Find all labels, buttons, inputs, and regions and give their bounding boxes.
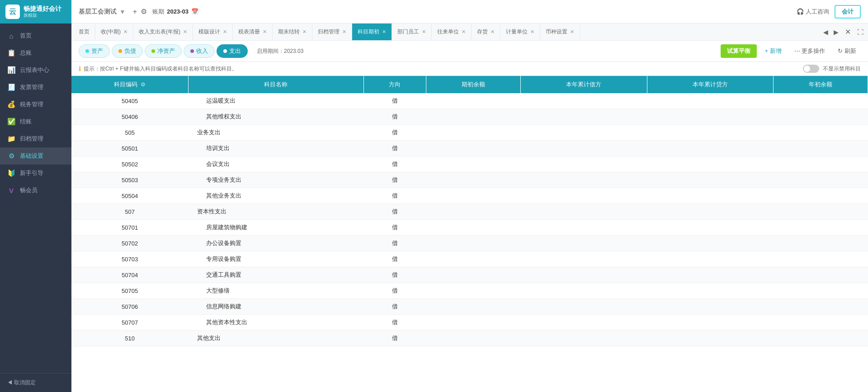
tab-close-icon[interactable]: ✕ — [530, 29, 534, 35]
project-selector[interactable]: 基层工会测试 ▼ — [79, 8, 126, 16]
cell-ytd-debit — [521, 204, 647, 220]
table-row[interactable]: 50706信息网络购建借 — [71, 299, 868, 315]
cell-ytd-debit — [521, 109, 647, 125]
tab-subject-init[interactable]: 科目期初 ✕ — [352, 24, 392, 40]
cell-opening-balance — [426, 315, 521, 331]
table-row[interactable]: 50705大型修缮借 — [71, 283, 868, 299]
sidebar-item-tax[interactable]: 💰 税务管理 — [0, 96, 71, 113]
cell-year-opening — [774, 188, 868, 204]
sub-tab-assets[interactable]: 资产 — [79, 44, 110, 58]
tab-close-all-icon[interactable]: ✕ — [841, 28, 854, 36]
sidebar-item-label: 新手引导 — [20, 169, 43, 177]
sub-tab-net-assets[interactable]: 净资产 — [145, 44, 182, 58]
sidebar-item-label: 云报表中心 — [20, 66, 49, 74]
sidebar-nav: ⌂ 首页 📋 总账 📊 云报表中心 🧾 发票管理 💰 税务管理 ✅ 结账 📁 归… — [0, 24, 71, 373]
balance-button[interactable]: 试算平衡 — [721, 44, 757, 58]
sub-tab-income[interactable]: 收入 — [184, 44, 215, 58]
tab-expand-icon[interactable]: ⛶ — [854, 28, 866, 36]
tab-close-icon[interactable]: ✕ — [183, 29, 187, 35]
tab-currency[interactable]: 币种设置 ✕ — [540, 24, 580, 40]
table-row[interactable]: 507资本性支出借 — [71, 204, 868, 220]
table-row[interactable]: 50707其他资本性支出借 — [71, 315, 868, 331]
income-label: 收入 — [196, 47, 208, 55]
cell-ytd-debit — [521, 299, 647, 315]
cell-opening-balance — [426, 267, 521, 283]
tab-close-icon[interactable]: ✕ — [491, 29, 495, 35]
tab-close-icon[interactable]: ✕ — [422, 29, 426, 35]
sidebar-item-guide[interactable]: 🔰 新手引导 — [0, 165, 71, 182]
sidebar-item-settings[interactable]: ⚙ 基础设置 — [0, 147, 71, 165]
tab-close-icon[interactable]: ✕ — [570, 29, 574, 35]
table-row[interactable]: 50405运温暖支出借 — [71, 93, 868, 109]
tab-close-icon[interactable]: ✕ — [123, 29, 127, 35]
account-label: 会计 — [842, 8, 854, 15]
tab-income-report[interactable]: 收入支出表(年报) ✕ — [133, 24, 193, 40]
table-row[interactable]: 50406其他维权支出借 — [71, 109, 868, 125]
sidebar-collapse-btn[interactable]: ◀ 取消固定 — [0, 373, 71, 392]
cell-ytd-credit — [647, 156, 774, 172]
tab-inventory[interactable]: 存货 ✕ — [472, 24, 500, 40]
help-button[interactable]: 🎧 人工咨询 — [797, 8, 829, 16]
table-row[interactable]: 50703专用设备购置借 — [71, 251, 868, 267]
more-button[interactable]: ⋯ 更多操作 — [790, 44, 830, 58]
tab-close-icon[interactable]: ✕ — [263, 29, 267, 35]
tab-label: 收入支出表(年报) — [139, 28, 180, 36]
tab-period-end[interactable]: 期末结转 ✕ — [273, 24, 312, 40]
tab-dept-staff[interactable]: 部门员工 ✕ — [392, 24, 432, 40]
sidebar-item-archive[interactable]: 📁 归档管理 — [0, 130, 71, 147]
sidebar-item-label: 发票管理 — [20, 83, 43, 91]
tab-nav-next[interactable]: ▶ — [831, 28, 841, 36]
table-row[interactable]: 510其他支出借 — [71, 331, 868, 346]
sidebar-item-label: 首页 — [20, 32, 32, 40]
tab-template[interactable]: 模版设计 ✕ — [193, 24, 233, 40]
cell-ytd-credit — [647, 315, 774, 331]
sidebar-item-ledger[interactable]: 📋 总账 — [0, 44, 71, 61]
cell-year-opening — [774, 220, 868, 236]
tab-close-icon[interactable]: ✕ — [382, 29, 386, 35]
info-icon: ℹ — [79, 65, 81, 72]
tab-interim[interactable]: 收(中期) ✕ — [95, 24, 133, 40]
tab-close-icon[interactable]: ✕ — [302, 29, 307, 35]
cell-direction: 借 — [363, 204, 426, 220]
table-row[interactable]: 50702办公设备购置借 — [71, 236, 868, 251]
cell-ytd-debit — [521, 251, 647, 267]
tab-archive[interactable]: 归档管理 ✕ — [312, 24, 352, 40]
plus-icon[interactable]: + — [133, 8, 137, 16]
col-settings-icon[interactable]: ⚙ — [141, 81, 146, 88]
table-row[interactable]: 50502会议支出借 — [71, 156, 868, 172]
cell-code: 510 — [71, 331, 188, 346]
tab-close-icon[interactable]: ✕ — [462, 29, 466, 35]
tab-close-icon[interactable]: ✕ — [342, 29, 346, 35]
tab-nav-prev[interactable]: ◀ — [821, 28, 831, 36]
sidebar-item-member[interactable]: V 畅会员 — [0, 182, 71, 199]
tab-home[interactable]: 首页 — [73, 24, 95, 40]
cell-ytd-credit — [647, 331, 774, 346]
tab-close-icon[interactable]: ✕ — [223, 29, 227, 35]
table-row[interactable]: 50701房屋建筑物购建借 — [71, 220, 868, 236]
table-row[interactable]: 50704交通工具购置借 — [71, 267, 868, 283]
account-button[interactable]: 会计 — [835, 5, 861, 19]
sidebar-item-invoice[interactable]: 🧾 发票管理 — [0, 79, 71, 96]
cell-opening-balance — [426, 251, 521, 267]
table-row[interactable]: 50501培训支出借 — [71, 141, 868, 156]
refresh-button[interactable]: ↻ 刷新 — [833, 44, 861, 58]
calendar-icon[interactable]: 📅 — [191, 8, 198, 15]
table-row[interactable]: 50504其他业务支出借 — [71, 188, 868, 204]
tab-unit[interactable]: 计量单位 ✕ — [500, 24, 540, 40]
sidebar-item-home[interactable]: ⌂ 首页 — [0, 27, 71, 44]
cell-ytd-credit — [647, 109, 774, 125]
tab-label: 币种设置 — [546, 28, 567, 36]
table-row[interactable]: 50503专项业务支出借 — [71, 172, 868, 188]
sub-tab-liability[interactable]: 负债 — [112, 44, 143, 58]
tab-tax-clear[interactable]: 税表清册 ✕ — [233, 24, 273, 40]
tax-icon: 💰 — [7, 100, 15, 109]
cell-opening-balance — [426, 172, 521, 188]
tab-counterpart[interactable]: 往来单位 ✕ — [432, 24, 472, 40]
settings-icon[interactable]: ⚙ — [141, 7, 147, 16]
table-row[interactable]: 505业务支出借 — [71, 125, 868, 141]
add-button[interactable]: + 新增 — [760, 44, 786, 58]
sidebar-item-report[interactable]: 📊 云报表中心 — [0, 61, 71, 79]
disabled-toggle[interactable] — [803, 65, 819, 73]
sub-tab-expenditure[interactable]: 支出 — [217, 44, 248, 58]
sidebar-item-settle[interactable]: ✅ 结账 — [0, 113, 71, 130]
